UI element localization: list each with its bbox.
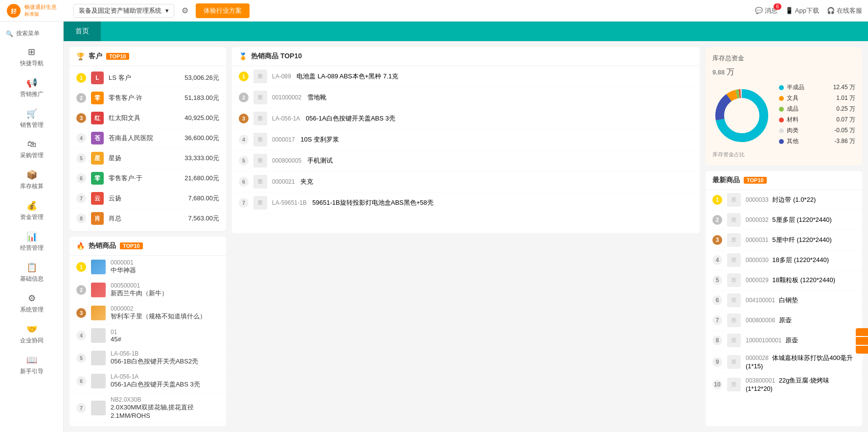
table-row: 6 零 零售客户·于 21,680.00元 [69, 168, 226, 189]
sidebar-item-system[interactable]: ⚙ 系统管理 [0, 288, 63, 319]
sidebar-item-enterprise[interactable]: 🤝 企业协同 [0, 319, 63, 350]
sidebar-item-shortcut[interactable]: ⊞ 快捷导航 [0, 42, 63, 72]
product-thumbnail [91, 328, 106, 343]
system-name: 装备及固定资产辅助管理系统 [79, 6, 161, 15]
product-info: 0000017 10S 变刹罗浆 [272, 135, 693, 144]
system-selector[interactable]: 装备及固定资产辅助管理系统 ▾ [73, 4, 174, 18]
trial-button[interactable]: 体验行业方案 [196, 3, 250, 18]
list-item: 4 01 45# [69, 325, 226, 347]
rank-num: 4 [712, 255, 722, 265]
list-item: 1 图 0000033 封边带 (1.0*22) [706, 190, 862, 210]
product-image: 图 [727, 355, 741, 369]
table-row: 2 图 001000002 雪地靴 [232, 87, 700, 108]
customer-service-button[interactable]: 客服热线 [856, 328, 868, 336]
product-code: 01 [111, 329, 219, 336]
sidebar-item-finance[interactable]: 💰 资金管理 [0, 195, 63, 226]
rank-num-1: 1 [76, 73, 86, 83]
sidebar-item-operations[interactable]: 📊 经营管理 [0, 226, 63, 257]
customer-amount: 36,600.00元 [184, 134, 219, 143]
product-info: 01 45# [111, 329, 219, 343]
chart-area: 半成品 12.45 万 文具 1.01 万 成品 0 [712, 83, 855, 148]
legend-item-material: 材料 0.07 万 [779, 116, 855, 124]
sidebar-item-guide[interactable]: 📖 新手引导 [0, 350, 63, 381]
sidebar-label-basic: 基础信息 [20, 275, 44, 283]
product-name: 18颗粒板 (1220*2440) [772, 276, 835, 284]
sidebar-label-marketing: 营销推广 [20, 90, 44, 98]
product-code: 0000032 [746, 216, 769, 223]
chevron-down-icon: ▾ [165, 7, 169, 14]
product-sales-header: 🏅 热销商品 TOP10 [232, 47, 700, 66]
live-broadcast-button[interactable]: 直播 [856, 346, 868, 354]
rank-num-5: 5 [76, 153, 86, 163]
rank-num-3: 3 [76, 113, 86, 123]
legend-label: 半成品 [787, 83, 830, 92]
service-community-button[interactable]: 服务社区 [856, 337, 868, 345]
product-code: LA-056-1A [111, 373, 219, 380]
customer-name: 苍南县人民医院 [109, 134, 180, 143]
product-code: 000800005 [272, 157, 301, 164]
avatar: 肖 [91, 212, 104, 225]
newest-products-header: 最新商品 TOP10 [706, 171, 862, 190]
product-code: 003800001 [746, 377, 775, 384]
product-info: 0000021 夹克 [272, 177, 693, 186]
product-info: 0000002 智利车子里（规格不知道填什么） [111, 305, 219, 321]
rank-num: 1 [712, 195, 722, 205]
product-code: 0000030 [746, 257, 769, 264]
gear-button[interactable]: ⚙ [178, 4, 192, 18]
hot-products-list: 1 0000001 中华神器 2 000500001 [69, 256, 226, 426]
rank-num: 2 [76, 285, 86, 295]
customer-name: 肖总 [109, 214, 183, 223]
sidebar-item-sales[interactable]: 🛒 销售管理 [0, 103, 63, 134]
basic-icon: 📋 [26, 262, 37, 273]
list-item: 4 图 0000030 18多层 (1220*2440) [706, 250, 862, 270]
legend-label: 肉类 [787, 126, 831, 135]
hot-products-panel: 🔥 热销商品 TOP10 1 0000001 中华神器 [69, 237, 226, 426]
sidebar-item-basic[interactable]: 📋 基础信息 [0, 257, 63, 288]
logo-icon: 好 [6, 3, 22, 19]
sidebar-item-purchase[interactable]: 🛍 采购管理 [0, 134, 63, 165]
product-info: 0000029 18颗粒板 (1220*2440) [746, 276, 835, 285]
customer-rank-list: 1 L LS 客户 53,006.26元 2 零 零售客户·许 51,183.0… [69, 66, 226, 231]
sidebar-label-sales: 销售管理 [20, 121, 44, 129]
sidebar-item-marketing[interactable]: 📢 营销推广 [0, 72, 63, 103]
sidebar-label-inventory: 库存核算 [20, 182, 44, 191]
messages-button[interactable]: 💬 消息 6 [755, 6, 777, 15]
message-icon: 💬 [755, 7, 763, 14]
customer-name: 零售客户·许 [109, 94, 180, 102]
product-image: 图 [727, 313, 741, 327]
product-code: LA-056-1A [272, 115, 300, 122]
customer-amount: 21,680.00元 [184, 174, 219, 183]
legend-value: 12.45 万 [833, 83, 855, 92]
rank-num: 1 [76, 262, 86, 272]
legend-dot [779, 118, 784, 122]
app-download-button[interactable]: 📱 App下载 [785, 6, 819, 15]
product-info: 001000002 雪地靴 [272, 93, 693, 102]
table-row: 5 图 000800005 手机测试 [232, 150, 700, 171]
customer-top-tag: TOP10 [106, 53, 129, 60]
product-image: 图 [727, 233, 741, 247]
customer-name: 零售客户·于 [109, 174, 180, 183]
search-icon: 🔍 [6, 30, 13, 37]
product-info: LA-056-1A 056-1A白色按键开关盖ABS 3壳 [272, 114, 693, 123]
product-image: 图 [727, 273, 741, 287]
product-thumbnail [91, 306, 106, 320]
inventory-title: 库存总资金 [712, 54, 855, 63]
inventory-panel: 库存总资金 9.88万 [706, 47, 862, 165]
product-image: 图 [253, 196, 267, 210]
avatar: 苍 [91, 132, 104, 144]
online-service-button[interactable]: 🎧 在线客服 [827, 6, 862, 15]
sidebar-search[interactable]: 🔍 搜索菜单 [0, 25, 63, 42]
finance-icon: 💰 [26, 200, 37, 211]
list-item: 6 图 004100001 白钢垫 [706, 290, 862, 311]
product-name: 原壶 [785, 336, 798, 344]
product-image: 图 [253, 70, 267, 83]
tab-home[interactable]: 首页 [64, 22, 101, 41]
sidebar-item-inventory[interactable]: 📦 库存核算 [0, 165, 63, 195]
table-row: 8 肖 肖总 7,563.00元 [69, 209, 226, 229]
mid-col: 🏅 热销商品 TOP10 1 图 LA-089 电池盖 LA-089 ABS本色… [232, 47, 700, 426]
rank-num-6: 6 [76, 173, 86, 183]
sales-icon: 🛒 [26, 108, 37, 119]
rank-num-7: 7 [76, 193, 86, 203]
product-info: NB2.0X30B 2.0X30MM双搓花轴,搓花直径2.1MM/ROHS [111, 396, 219, 419]
product-thumbnail [91, 260, 106, 274]
